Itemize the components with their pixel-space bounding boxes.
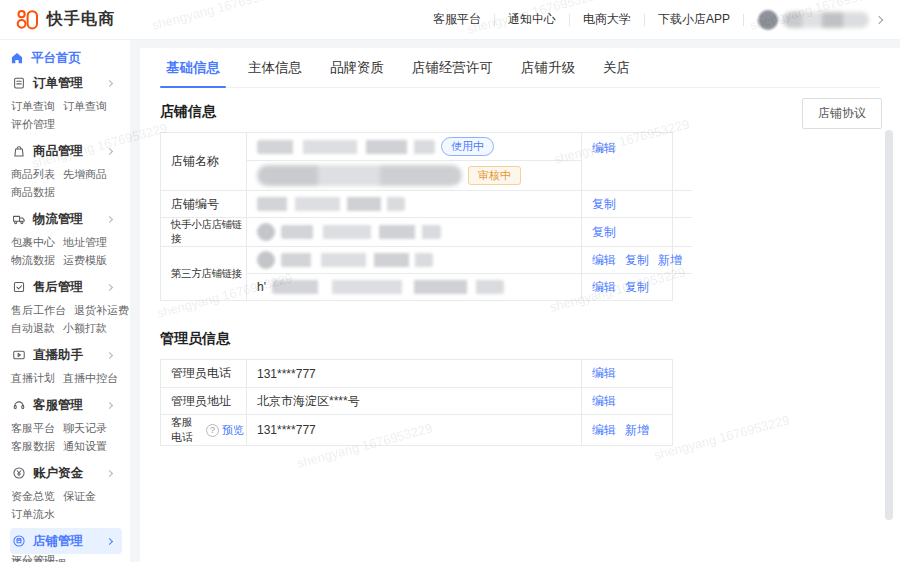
sidebar-section-live-assistant[interactable]: 直播助手 (10, 342, 122, 368)
shop-link-cell (247, 217, 581, 246)
sidebar-item-freight-template[interactable]: 运费模版 (63, 252, 107, 268)
home-icon (10, 51, 24, 65)
sidebar-item-notify-settings[interactable]: 通知设置 (63, 438, 107, 454)
row-label-shop-id: 店铺编号 (161, 190, 247, 217)
chevron-right-icon (106, 79, 113, 86)
redacted-third-party-link (281, 253, 433, 267)
sidebar-item-order-flow[interactable]: 订单流水 (11, 506, 55, 522)
redacted-favicon (257, 251, 275, 269)
top-header: 快手电商 客服平台 通知中心 电商大学 下载小店APP (0, 0, 900, 40)
sidebar-item-service-data[interactable]: 客服数据 (11, 438, 55, 454)
chevron-right-icon (106, 401, 113, 408)
shop-icon (12, 534, 26, 548)
sidebar-section-orders[interactable]: 订单管理 (10, 70, 122, 96)
row-label-admin-phone: 管理员电话 (161, 360, 247, 387)
section-label: 物流管理 (33, 211, 83, 228)
preview-link[interactable]: 预览 (222, 423, 244, 438)
admin-address-actions: 编辑 (581, 387, 672, 414)
service-phone-actions: 编辑 新增 (581, 414, 672, 445)
tab-bar: 基础信息 主体信息 品牌资质 店铺经营许可 店铺升级 关店 (160, 48, 880, 88)
header-link-notification-center[interactable]: 通知中心 (495, 11, 569, 28)
copy-shop-id-link[interactable]: 复制 (592, 196, 616, 213)
chevron-right-icon (106, 283, 113, 290)
add-link[interactable]: 新增 (658, 252, 682, 269)
edit-link[interactable]: 编辑 (592, 365, 616, 382)
shop-name-actions: 编辑 (581, 133, 692, 190)
sidebar-item-aftersale-workbench[interactable]: 售后工作台 (11, 302, 66, 318)
user-account-menu[interactable] (758, 10, 882, 30)
add-link[interactable]: 新增 (625, 422, 649, 439)
tab-close-shop[interactable]: 关店 (597, 48, 636, 87)
redacted-favicon (257, 223, 275, 241)
shop-link-actions: 复制 (581, 217, 692, 246)
sidebar-item-auto-refund[interactable]: 自动退款 (11, 320, 55, 336)
third-party-link-cell-2: h' (247, 273, 581, 300)
sidebar-section-goods[interactable]: 商品管理 (10, 138, 122, 164)
sidebar-item-home[interactable]: 平台首页 (10, 46, 130, 70)
goods-icon (12, 144, 26, 158)
header-link-download-app[interactable]: 下载小店APP (645, 11, 743, 28)
sidebar-section-customer-service[interactable]: 客服管理 (10, 392, 122, 418)
sidebar-item-service-platform[interactable]: 客服平台 (11, 420, 55, 436)
headset-icon (12, 398, 26, 412)
main-area: 基础信息 主体信息 品牌资质 店铺经营许可 店铺升级 关店 店铺协议 店铺信息 … (130, 40, 900, 562)
sidebar-item-live-plan[interactable]: 直播计划 (11, 370, 55, 386)
sidebar-item-chat-history[interactable]: 聊天记录 (63, 420, 107, 436)
sidebar-section-partial[interactable]: 评分管理 (11, 553, 55, 562)
tab-shop-upgrade[interactable]: 店铺升级 (515, 48, 581, 87)
aftersale-icon (12, 280, 26, 294)
admin-info-table: 管理员电话 131****777 编辑 管理员地址 北京市海淀区****号 编辑… (160, 359, 673, 446)
truck-icon (12, 212, 26, 226)
tab-brand-qualification[interactable]: 品牌资质 (324, 48, 390, 87)
sidebar-section-account-funds[interactable]: 账户资金 (10, 460, 122, 486)
app-logo[interactable]: 快手电商 (16, 8, 115, 32)
sidebar-item-deposit[interactable]: 保证金 (63, 488, 96, 504)
redacted-shop-name-pending (257, 165, 462, 186)
sidebar-item-label: 平台首页 (31, 50, 81, 67)
sidebar-item-goods-list[interactable]: 商品列表 (11, 166, 55, 182)
sidebar-item-funds-overview[interactable]: 资金总览 (11, 488, 55, 504)
tab-basic-info[interactable]: 基础信息 (160, 48, 226, 87)
sidebar-item-parcel-center[interactable]: 包裹中心 (11, 234, 55, 250)
edit-link[interactable]: 编辑 (592, 393, 616, 410)
row-label-shop-name: 店铺名称 (161, 133, 247, 190)
sidebar-item-add-goods[interactable]: 先增商品 (63, 166, 107, 182)
sidebar-item-small-payment[interactable]: 小额打款 (63, 320, 107, 336)
chevron-right-icon (106, 351, 113, 358)
section-label: 客服管理 (33, 397, 83, 414)
help-question-icon[interactable] (206, 424, 219, 437)
header-link-ecommerce-academy[interactable]: 电商大学 (570, 11, 644, 28)
status-badge-in-use: 使用中 (441, 137, 494, 156)
copy-link[interactable]: 复制 (625, 279, 649, 296)
edit-link[interactable]: 编辑 (592, 252, 616, 269)
service-phone-label: 客服电话 (171, 415, 203, 445)
redacted-shop-name (257, 140, 435, 154)
tab-subject-info[interactable]: 主体信息 (242, 48, 308, 87)
sidebar-section-shop-mgmt[interactable]: 店铺管理 (10, 528, 122, 554)
edit-link[interactable]: 编辑 (592, 279, 616, 296)
sidebar-item-logistics-data[interactable]: 物流数据 (11, 252, 55, 268)
sidebar-section-aftersale[interactable]: 售后管理 (10, 274, 122, 300)
sidebar-item-live-console[interactable]: 直播中控台 (63, 370, 118, 386)
sidebar-section-logistics[interactable]: 物流管理 (10, 206, 122, 232)
sidebar-item-goods-data[interactable]: 商品数据 (11, 184, 55, 200)
sidebar-item-return-freight[interactable]: 退货补运费 (74, 302, 129, 318)
row-label-admin-address: 管理员地址 (161, 387, 247, 414)
copy-link[interactable]: 复制 (625, 252, 649, 269)
redacted-shop-link (281, 225, 441, 239)
shop-agreement-button[interactable]: 店铺协议 (802, 98, 882, 129)
copy-shop-link[interactable]: 复制 (592, 224, 616, 241)
header-link-service-platform[interactable]: 客服平台 (420, 11, 494, 28)
sidebar-item-order-query[interactable]: 订单查询 (11, 98, 55, 114)
service-phone-cell: 131****777 (247, 414, 581, 445)
admin-info-title: 管理员信息 (160, 330, 880, 348)
tab-business-license[interactable]: 店铺经营许可 (406, 48, 499, 87)
sidebar-item-address-mgmt[interactable]: 地址管理 (63, 234, 107, 250)
chevron-right-icon (106, 537, 113, 544)
sidebar-item-review-mgmt[interactable]: 评价管理 (11, 116, 55, 132)
sidebar-item-order-query2[interactable]: 订单查询 (63, 98, 107, 114)
edit-shop-name-link[interactable]: 编辑 (592, 140, 616, 157)
scrollbar-thumb[interactable] (885, 130, 893, 520)
section-label: 订单管理 (33, 75, 83, 92)
edit-link[interactable]: 编辑 (592, 422, 616, 439)
